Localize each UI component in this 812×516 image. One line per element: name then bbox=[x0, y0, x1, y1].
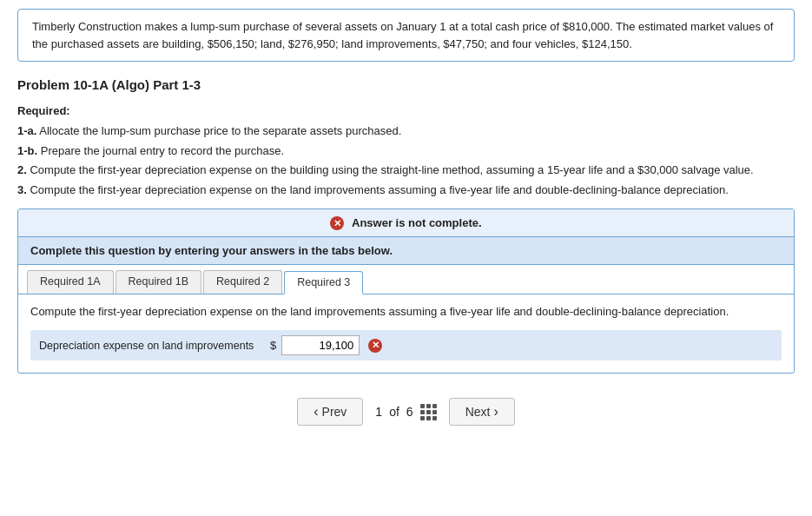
chevron-left-icon bbox=[314, 404, 318, 420]
required-item-3: 3. Compute the first-year depreciation e… bbox=[17, 182, 795, 200]
pagination-bar: Prev 1 of 6 Next bbox=[17, 398, 795, 426]
tab-required-3[interactable]: Required 3 bbox=[284, 271, 363, 294]
answer-error-icon: ✕ bbox=[330, 216, 344, 230]
page-current: 1 bbox=[375, 405, 382, 419]
answer-status-box: ✕ Answer is not complete. Complete this … bbox=[17, 208, 795, 374]
page-total: 6 bbox=[406, 405, 413, 419]
answer-status-text: Answer is not complete. bbox=[352, 216, 482, 229]
next-button[interactable]: Next bbox=[449, 398, 515, 426]
currency-symbol: $ bbox=[270, 339, 276, 352]
input-label: Depreciation expense on land improvement… bbox=[39, 340, 265, 352]
page-info: 1 of 6 bbox=[375, 404, 436, 420]
depreciation-expense-input[interactable] bbox=[281, 335, 360, 355]
input-row: Depreciation expense on land improvement… bbox=[30, 330, 782, 361]
problem-context-box: Timberly Construction makes a lump-sum p… bbox=[17, 9, 795, 62]
answer-status-bar: ✕ Answer is not complete. bbox=[18, 209, 794, 237]
tab-content-required-3: Compute the first-year depreciation expe… bbox=[18, 294, 794, 374]
prev-label: Prev bbox=[322, 405, 347, 419]
next-label: Next bbox=[465, 405, 491, 419]
prev-button[interactable]: Prev bbox=[297, 398, 363, 426]
tabs-row: Required 1A Required 1B Required 2 Requi… bbox=[18, 265, 794, 294]
tab-required-1a[interactable]: Required 1A bbox=[27, 270, 114, 294]
required-heading: Required: bbox=[17, 104, 70, 117]
tab-content-description: Compute the first-year depreciation expe… bbox=[30, 303, 782, 321]
input-error-icon: ✕ bbox=[368, 339, 382, 353]
required-item-2: 2. Compute the first-year depreciation e… bbox=[17, 162, 795, 180]
required-section: Required: 1-a. Allocate the lump-sum pur… bbox=[17, 103, 795, 200]
required-item-1a: 1-a. Allocate the lump-sum purchase pric… bbox=[17, 122, 795, 141]
required-item-1b: 1-b. Prepare the journal entry to record… bbox=[17, 142, 795, 161]
tab-required-2[interactable]: Required 2 bbox=[203, 270, 282, 294]
grid-icon[interactable] bbox=[420, 404, 437, 420]
tab-required-1b[interactable]: Required 1B bbox=[116, 270, 202, 294]
problem-context-text: Timberly Construction makes a lump-sum p… bbox=[32, 18, 780, 52]
problem-title: Problem 10-1A (Algo) Part 1-3 bbox=[17, 77, 795, 92]
page-separator: of bbox=[389, 405, 399, 419]
chevron-right-icon bbox=[493, 404, 498, 420]
complete-instruction: Complete this question by entering your … bbox=[18, 237, 794, 265]
